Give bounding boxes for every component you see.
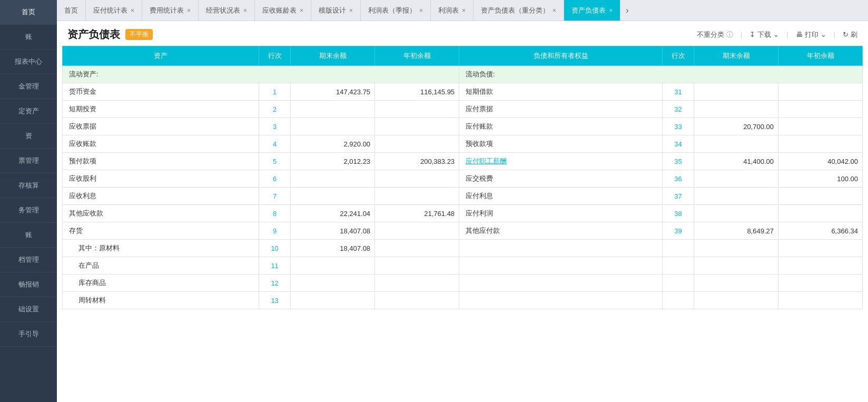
tab-close-business-status[interactable]: × bbox=[243, 7, 247, 14]
col-liability: 负债和所有者权益 bbox=[459, 46, 663, 66]
sidebar-assets[interactable]: 定资产 bbox=[0, 99, 57, 124]
tab-receivable-aging[interactable]: 应收账龄表× bbox=[255, 0, 311, 21]
right-item-name[interactable]: 其他应付款 bbox=[459, 222, 663, 240]
right-row-num: 34 bbox=[663, 135, 694, 153]
right-period-end: 20,700.00 bbox=[694, 118, 778, 135]
right-year-start bbox=[778, 257, 863, 274]
right-item-name[interactable]: 应付利息 bbox=[459, 188, 663, 205]
left-period-end: 2,012.23 bbox=[291, 153, 375, 170]
right-year-start bbox=[778, 135, 863, 153]
right-item-name[interactable]: 应付利润 bbox=[459, 205, 663, 222]
download-action[interactable]: ↧ 下载 ⌄ bbox=[749, 30, 779, 40]
sidebar-reports[interactable]: 报表中心 bbox=[0, 50, 57, 74]
left-period-end: 2,920.00 bbox=[291, 135, 375, 153]
right-year-start: 40,042.00 bbox=[778, 153, 863, 170]
tab-profit[interactable]: 利润表× bbox=[431, 0, 474, 21]
sidebar-home[interactable]: 首页 bbox=[0, 0, 57, 25]
right-row-num: 33 bbox=[663, 118, 694, 135]
left-year-start bbox=[375, 170, 459, 188]
left-period-end bbox=[291, 188, 375, 205]
print-label: 打印 bbox=[805, 30, 818, 40]
help-icon: ⓘ bbox=[726, 30, 733, 40]
page-title: 资产负债表 bbox=[67, 27, 120, 42]
left-row-num: 3 bbox=[259, 118, 291, 135]
tab-close-profit[interactable]: × bbox=[462, 7, 466, 14]
tab-payable-stats[interactable]: 应付统计表× bbox=[86, 0, 142, 21]
section-left-label: 流动资产: bbox=[63, 66, 459, 83]
left-item-name[interactable]: 应收利息 bbox=[63, 188, 259, 205]
right-item-name[interactable]: 应付票据 bbox=[459, 101, 663, 118]
tab-profit-quarterly[interactable]: 利润表（季报）× bbox=[361, 0, 431, 21]
left-item-name[interactable]: 应收票据 bbox=[63, 118, 259, 135]
no-reclassify-action[interactable]: 不重分类 ⓘ bbox=[697, 30, 733, 40]
tab-close-receivable-aging[interactable]: × bbox=[300, 7, 303, 14]
left-period-end bbox=[291, 292, 375, 309]
right-item-name[interactable]: 预收款项 bbox=[459, 135, 663, 153]
sidebar-tax[interactable]: 务管理 bbox=[0, 198, 57, 223]
left-item-name[interactable]: 其他应收款 bbox=[63, 205, 259, 222]
page-header: 资产负债表 不平衡 不重分类 ⓘ | ↧ 下载 ⌄ | 🖶 打印 ⌄ bbox=[57, 21, 868, 46]
tab-close-balance[interactable]: × bbox=[609, 7, 613, 14]
left-row-num: 8 bbox=[259, 205, 291, 222]
tab-more-button[interactable]: › bbox=[620, 0, 634, 21]
left-item-name[interactable]: 应收股利 bbox=[63, 170, 259, 188]
col-period-end: 期末余额 bbox=[291, 46, 375, 66]
right-period-end bbox=[694, 205, 778, 222]
refresh-icon: ↻ bbox=[843, 31, 849, 38]
sidebar-capital[interactable]: 资 bbox=[0, 124, 57, 149]
tab-balance-reclassified[interactable]: 资产负债表（重分类）× bbox=[474, 0, 564, 21]
left-year-start bbox=[375, 118, 459, 135]
right-item-name[interactable]: 应付账款 bbox=[459, 118, 663, 135]
download-chevron-icon: ⌄ bbox=[773, 31, 779, 38]
print-action[interactable]: 🖶 打印 ⌄ bbox=[796, 30, 826, 40]
tab-template-design[interactable]: 模版设计× bbox=[311, 0, 361, 21]
sidebar-guide[interactable]: 手引导 bbox=[0, 322, 57, 347]
tab-business-status[interactable]: 经营状况表× bbox=[199, 0, 255, 21]
left-row-num: 6 bbox=[259, 170, 291, 188]
tab-close-expense-stats[interactable]: × bbox=[187, 7, 191, 14]
right-year-start bbox=[778, 240, 863, 257]
left-year-start bbox=[375, 135, 459, 153]
left-period-end: 18,407.08 bbox=[291, 222, 375, 240]
left-row-num: 12 bbox=[259, 274, 291, 292]
left-item-name[interactable]: 短期投资 bbox=[63, 101, 259, 118]
tab-close-balance-reclassified[interactable]: × bbox=[553, 7, 556, 14]
right-item-name[interactable]: 应付职工薪酬 bbox=[459, 153, 663, 170]
left-period-end bbox=[291, 118, 375, 135]
tab-close-template-design[interactable]: × bbox=[349, 7, 353, 14]
sidebar-archive[interactable]: 档管理 bbox=[0, 248, 57, 272]
col-row-num: 行次 bbox=[259, 46, 291, 66]
right-item-name[interactable]: 短期借款 bbox=[459, 83, 663, 101]
sidebar-inventory[interactable]: 存核算 bbox=[0, 173, 57, 198]
left-year-start bbox=[375, 188, 459, 205]
left-item-name: 在产品 bbox=[63, 257, 259, 274]
sidebar-finance[interactable]: 金管理 bbox=[0, 74, 57, 99]
tab-bar: 首页 应付统计表× 费用统计表× 经营状况表× 应收账龄表× 模版设计× 利润表… bbox=[57, 0, 868, 21]
left-item-name[interactable]: 货币资金 bbox=[63, 83, 259, 101]
tab-balance[interactable]: 资产负债表× bbox=[564, 0, 620, 21]
refresh-action[interactable]: ↻ 刷 bbox=[843, 30, 857, 40]
left-row-num: 1 bbox=[259, 83, 291, 101]
tab-close-payable-stats[interactable]: × bbox=[131, 7, 134, 14]
left-item-name[interactable]: 存货 bbox=[63, 222, 259, 240]
left-item-name[interactable]: 预付款项 bbox=[63, 153, 259, 170]
sidebar-expense[interactable]: 畅报销 bbox=[0, 272, 57, 297]
left-period-end bbox=[291, 101, 375, 118]
sidebar-settings[interactable]: 础设置 bbox=[0, 297, 57, 322]
download-label: 下载 bbox=[757, 30, 771, 40]
right-item-name[interactable]: 应交税费 bbox=[459, 170, 663, 188]
sidebar-account[interactable]: 账 bbox=[0, 25, 57, 50]
left-item-name[interactable]: 应收账款 bbox=[63, 135, 259, 153]
sidebar-tickets[interactable]: 票管理 bbox=[0, 149, 57, 173]
left-row-num: 7 bbox=[259, 188, 291, 205]
right-year-start bbox=[778, 292, 863, 309]
sidebar-ledger[interactable]: 账 bbox=[0, 223, 57, 248]
tab-home[interactable]: 首页 bbox=[57, 0, 86, 21]
right-year-start bbox=[778, 83, 863, 101]
tab-expense-stats[interactable]: 费用统计表× bbox=[142, 0, 199, 21]
left-row-num: 4 bbox=[259, 135, 291, 153]
tab-close-profit-quarterly[interactable]: × bbox=[419, 7, 423, 14]
left-year-start bbox=[375, 101, 459, 118]
left-item-name: 库存商品 bbox=[63, 274, 259, 292]
right-year-start bbox=[778, 274, 863, 292]
